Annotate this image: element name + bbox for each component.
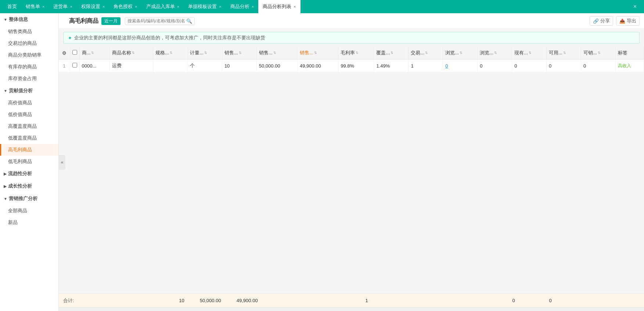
nav-permissions[interactable]: 权限设置 × (77, 0, 109, 13)
nav-sales-order[interactable]: 销售单 × (21, 0, 49, 13)
close-product-analysis-list[interactable]: × (294, 4, 296, 9)
table-header-row: ⚙ 商... ⇅ 商品名称 (59, 47, 644, 59)
sidebar-collapse-btn[interactable]: « (59, 155, 65, 170)
sidebar-item-low-coverage[interactable]: 低覆盖度商品 (0, 132, 58, 144)
sort-sales3: ⇅ (314, 51, 317, 55)
content-area: « 高毛利商品 近一月 🔍 🔗 分享 📤 导出 ✦ 企业的主要的利润都是这部分商… (59, 13, 644, 311)
footer-available: 0 (486, 298, 515, 303)
nav-product-analysis[interactable]: 商品分析 × (226, 0, 258, 13)
footer-label: 合计: (63, 297, 74, 304)
close-sales-order[interactable]: × (42, 4, 44, 9)
sort-transaction: ⇅ (425, 51, 428, 55)
main-layout: ▼ 整体信息 销售类商品 交易过的商品 商品分类助销率 有库存的商品 库存资金占… (0, 13, 644, 311)
col-gross-rate[interactable]: 毛利率 ⇅ (338, 47, 374, 59)
sidebar-item-traded-products[interactable]: 交易过的商品 (0, 37, 58, 49)
window-close-btn[interactable]: × (629, 3, 641, 10)
horizontal-scrollbar[interactable] (59, 307, 644, 311)
cell-num: 1 (59, 59, 70, 72)
col-browse2[interactable]: 浏览... ⇅ (478, 47, 512, 59)
col-code[interactable]: 商... ⇅ (79, 47, 110, 59)
table-row: 1 0000... 运费 个 10 50,000.00 49,900.00 99… (59, 59, 644, 72)
share-icon: 🔗 (593, 18, 599, 24)
sort-sales1: ⇅ (239, 51, 242, 55)
cell-saleable: 0 (581, 59, 616, 72)
col-sales1[interactable]: 销售... ⇅ (222, 47, 256, 59)
cell-tag: 高收入 (615, 59, 644, 72)
sidebar-item-sales-products[interactable]: 销售类商品 (0, 26, 58, 37)
sort-gross-rate: ⇅ (356, 51, 359, 55)
search-box: 🔍 (125, 17, 195, 25)
share-button[interactable]: 🔗 分享 (590, 16, 613, 26)
cell-checkbox[interactable] (70, 59, 79, 72)
sort-name: ⇅ (132, 51, 135, 55)
time-badge[interactable]: 近一月 (101, 17, 120, 25)
footer-sales3: 49,900.00 (229, 298, 258, 303)
nav-roles[interactable]: 角色授权 × (109, 0, 141, 13)
col-coverage[interactable]: 覆盖... ⇅ (374, 47, 409, 59)
sidebar-item-low-margin[interactable]: 低毛利商品 (0, 156, 58, 167)
sidebar-section-marketing[interactable]: ▼ 营销推广分析 (0, 192, 58, 205)
nav-template-settings[interactable]: 单据模板设置 × (184, 0, 226, 13)
col-name[interactable]: 商品名称 ⇅ (110, 47, 153, 59)
nav-home[interactable]: 首页 (3, 0, 21, 13)
sidebar-section-growth[interactable]: ▶ 成长性分析 (0, 180, 58, 192)
data-table: ⚙ 商... ⇅ 商品名称 (59, 47, 644, 72)
col-transaction[interactable]: 交易... ⇅ (409, 47, 443, 59)
search-icon[interactable]: 🔍 (186, 18, 192, 24)
export-button[interactable]: 📤 导出 (616, 16, 640, 26)
sidebar-section-contribution[interactable]: ▼ 贡献值分析 (0, 84, 58, 97)
col-saleable[interactable]: 可销... ⇅ (581, 47, 616, 59)
row-checkbox[interactable] (72, 63, 77, 68)
sidebar-item-low-value[interactable]: 低价值商品 (0, 109, 58, 120)
col-browse1[interactable]: 浏览... ⇅ (443, 47, 478, 59)
col-unit[interactable]: 计量... ⇅ (187, 47, 222, 59)
col-sales2[interactable]: 销售... ⇅ (256, 47, 297, 59)
close-purchase-order[interactable]: × (70, 4, 72, 9)
sort-sales2: ⇅ (273, 51, 276, 55)
nav-finished-goods[interactable]: 产成品入库单 × (142, 0, 184, 13)
sidebar-item-all-products[interactable]: 全部商品 (0, 205, 58, 217)
sidebar-item-new-products[interactable]: 新品 (0, 217, 58, 228)
cell-spec (153, 59, 188, 72)
cell-sales1: 10 (222, 59, 256, 72)
close-template-settings[interactable]: × (219, 4, 221, 9)
sidebar-item-stocked-products[interactable]: 有库存的商品 (0, 61, 58, 73)
arrow-contribution: ▼ (4, 89, 7, 93)
col-settings[interactable]: ⚙ (59, 47, 70, 59)
col-tag: 标签 (615, 47, 644, 59)
sidebar-item-high-margin[interactable]: 高毛利商品 (0, 144, 58, 156)
footer-sales1: 10 (155, 298, 184, 303)
sidebar-section-overall[interactable]: ▼ 整体信息 (0, 13, 58, 26)
info-icon: ✦ (68, 35, 72, 41)
col-sales3[interactable]: 销售... ⇅ (297, 47, 338, 59)
arrow-marketing: ▼ (4, 197, 7, 201)
nav-purchase-order[interactable]: 进货单 × (49, 0, 76, 13)
col-current[interactable]: 现有... ⇅ (512, 47, 547, 59)
sidebar-item-high-coverage[interactable]: 高覆盖度商品 (0, 120, 58, 132)
close-permissions[interactable]: × (102, 4, 105, 9)
arrow-trend: ▶ (4, 172, 7, 176)
sort-browse1: ⇅ (460, 51, 463, 55)
info-text: 企业的主要的利润都是这部分商品创造的，可考虑加大推广，同时关注库存是不要出现缺货 (74, 35, 265, 41)
col-checkbox[interactable] (70, 47, 79, 59)
arrow-overall: ▼ (4, 18, 7, 22)
footer-sales2: 50,000.00 (192, 298, 221, 303)
close-finished-goods[interactable]: × (177, 4, 179, 9)
close-product-analysis[interactable]: × (252, 4, 254, 9)
cell-transaction: 1 (409, 59, 443, 72)
sidebar-item-stock-capital[interactable]: 库存资金占用 (0, 73, 58, 84)
select-all-checkbox[interactable] (72, 50, 77, 55)
cell-name: 运费 (110, 59, 153, 72)
col-spec[interactable]: 规格... ⇅ (153, 47, 188, 59)
table-wrapper[interactable]: ⚙ 商... ⇅ 商品名称 (59, 47, 644, 293)
close-roles[interactable]: × (135, 4, 137, 9)
sidebar-item-category-sales-rate[interactable]: 商品分类助销率 (0, 49, 58, 61)
sidebar-item-high-value[interactable]: 高价值商品 (0, 97, 58, 109)
col-available[interactable]: 可用... ⇅ (547, 47, 581, 59)
nav-product-analysis-list[interactable]: 商品分析列表 × (258, 0, 300, 13)
cell-sales2: 50,000.00 (256, 59, 297, 72)
cell-browse1[interactable]: 0 (443, 59, 478, 72)
sidebar-section-trend[interactable]: ▶ 流趋性分析 (0, 167, 58, 180)
cell-code: 0000... (79, 59, 110, 72)
search-input[interactable] (127, 18, 186, 23)
